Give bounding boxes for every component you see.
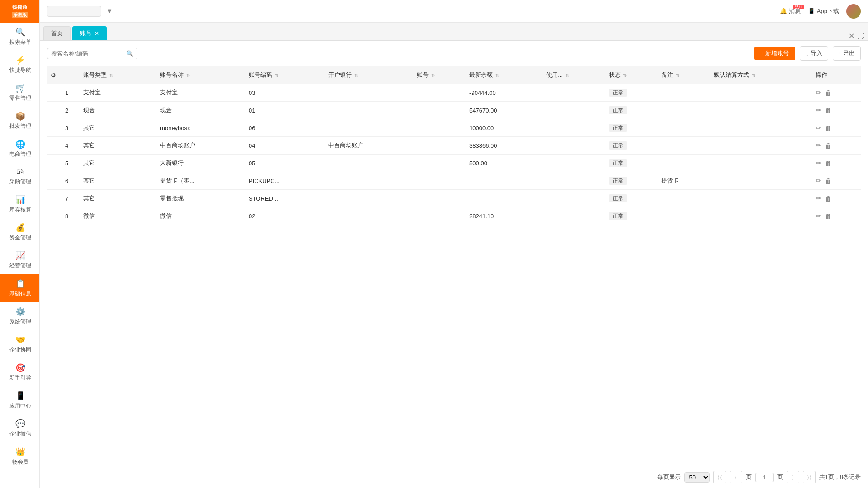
edit-icon[interactable]: ✏ [816, 159, 821, 167]
table-header-row: ⚙ 账号类型 ⇅ 账号名称 ⇅ 账号编码 ⇅ 开户银行 ⇅ 账号 ⇅ 最新余额 … [47, 66, 861, 84]
page-input[interactable] [755, 473, 774, 482]
search-input[interactable] [51, 50, 123, 57]
page-first-btn[interactable]: ⟨⟨ [713, 471, 726, 483]
sidebar-item-system-manage[interactable]: ⚙️系统管理 [0, 302, 39, 330]
sidebar-item-wholesale-manage[interactable]: 📦批发管理 [0, 107, 39, 135]
sidebar-item-label: 企业协同 [9, 346, 31, 354]
row-usage-cell [542, 207, 605, 225]
delete-icon[interactable]: 🗑 [825, 212, 832, 220]
sidebar-item-app-center[interactable]: 📱应用中心 [0, 386, 39, 414]
delete-icon[interactable]: 🗑 [825, 195, 832, 202]
page-next-btn[interactable]: ⟩ [787, 471, 799, 483]
delete-icon[interactable]: 🗑 [825, 89, 832, 97]
sidebar-item-inventory[interactable]: 📊库存核算 [0, 190, 39, 218]
top-search-input[interactable] [47, 6, 101, 17]
row-status-cell: 正常 [605, 84, 658, 102]
row-bank-cell [325, 119, 413, 137]
export-button[interactable]: ↑ 导出 [833, 46, 861, 61]
delete-icon[interactable]: 🗑 [825, 142, 832, 150]
row-type-cell: 其它 [80, 119, 156, 137]
sort-icon-type: ⇅ [109, 73, 113, 78]
tab-bar: 首页 账号 ✕ ✕ ⛶ [40, 23, 868, 41]
edit-icon[interactable]: ✏ [816, 177, 821, 185]
sidebar-item-label: 企业微信 [9, 430, 31, 438]
table-header-balance[interactable]: 最新余额 ⇅ [466, 66, 542, 84]
row-balance-cell: 383866.00 [466, 137, 542, 155]
add-account-button[interactable]: + 新增账号 [754, 47, 795, 60]
row-name-cell: 大新银行 [156, 155, 245, 172]
table-header-default-settle[interactable]: 默认结算方式 ⇅ [710, 66, 811, 84]
table-header-bank[interactable]: 开户银行 ⇅ [325, 66, 413, 84]
sidebar-item-retail-manage[interactable]: 🛒零售管理 [0, 79, 39, 107]
page-prev-btn[interactable]: ⟨ [730, 471, 742, 483]
delete-icon[interactable]: 🗑 [825, 160, 832, 167]
delete-icon[interactable]: 🗑 [825, 177, 832, 185]
table-header-account-no[interactable]: 账号 ⇅ [413, 66, 466, 84]
search-box[interactable]: 🔍 [47, 48, 137, 59]
tab-close-icon[interactable]: ✕ [94, 31, 99, 36]
messages-btn[interactable]: 🔔 消息 99+ [780, 7, 801, 15]
retail-manage-icon: 🛒 [15, 83, 25, 93]
import-button[interactable]: ↓ 导入 [800, 46, 828, 61]
sidebar-item-enterprise-agreement[interactable]: 🤝企业协同 [0, 330, 39, 358]
sidebar-item-purchase-manage[interactable]: 🛍采购管理 [0, 163, 39, 190]
sidebar-item-capital-manage[interactable]: 💰资金管理 [0, 218, 39, 246]
app-name: 畅捷通 乐惠版 [12, 5, 28, 18]
status-badge: 正常 [609, 177, 627, 185]
action-icons: ✏ 🗑 [816, 194, 857, 202]
search-menu-icon: 🔍 [15, 27, 25, 37]
sidebar-item-vip[interactable]: 👑畅会员 [0, 442, 39, 470]
edit-icon[interactable]: ✏ [816, 212, 821, 220]
row-code-cell: STORED... [245, 190, 325, 207]
row-bank-cell [325, 172, 413, 190]
sidebar-item-search-menu[interactable]: 🔍搜索菜单 [0, 23, 39, 51]
delete-icon[interactable]: 🗑 [825, 124, 832, 132]
sidebar-item-basic-info[interactable]: 📋基础信息 [0, 274, 39, 302]
tab-home[interactable]: 首页 [43, 26, 71, 40]
table-header-usage[interactable]: 使用... ⇅ [542, 66, 605, 84]
row-name-cell: 现金 [156, 102, 245, 119]
row-code-cell: 04 [245, 137, 325, 155]
table-header-account-type[interactable]: 账号类型 ⇅ [80, 66, 156, 84]
delete-icon[interactable]: 🗑 [825, 107, 832, 114]
table-container: ⚙ 账号类型 ⇅ 账号名称 ⇅ 账号编码 ⇅ 开户银行 ⇅ 账号 ⇅ 最新余额 … [40, 66, 868, 466]
page-size-select[interactable]: 50 100 200 [684, 472, 710, 483]
table-header-account-code[interactable]: 账号编码 ⇅ [245, 66, 325, 84]
row-balance-cell: 10000.00 [466, 119, 542, 137]
chevron-down-icon[interactable]: ▼ [107, 8, 113, 14]
app-download-btn[interactable]: 📱 App下载 [808, 7, 839, 15]
sidebar-item-ecommerce-manage[interactable]: 🌐电商管理 [0, 135, 39, 163]
sidebar-item-enterprise-wechat[interactable]: 💬企业微信 [0, 414, 39, 442]
new-guide-icon: 🎯 [15, 363, 25, 373]
table-header-status[interactable]: 状态 ⇅ [605, 66, 658, 84]
table-header-account-name[interactable]: 账号名称 ⇅ [156, 66, 245, 84]
sidebar-item-label: 经营管理 [9, 262, 31, 270]
row-num-cell: 8 [61, 207, 80, 225]
page-last-btn[interactable]: ⟩⟩ [803, 471, 816, 483]
table-header-remark[interactable]: 备注 ⇅ [658, 66, 710, 84]
row-default-settle-cell [710, 172, 811, 190]
edit-icon[interactable]: ✏ [816, 89, 821, 97]
tab-accounts[interactable]: 账号 ✕ [72, 26, 107, 40]
sidebar-item-label: 库存核算 [9, 206, 31, 214]
sidebar-item-quick-nav[interactable]: ⚡快捷导航 [0, 51, 39, 79]
status-badge: 正常 [609, 106, 627, 114]
sidebar-item-new-guide[interactable]: 🎯新手引导 [0, 358, 39, 386]
edit-icon[interactable]: ✏ [816, 106, 821, 114]
capital-manage-icon: 💰 [15, 223, 25, 233]
row-status-cell: 正常 [605, 119, 658, 137]
row-remark-cell [658, 155, 710, 172]
tab-close-window-btn[interactable]: ✕ [849, 32, 854, 40]
table-header-settings[interactable]: ⚙ [47, 66, 61, 84]
row-settings-cell [47, 155, 61, 172]
tab-maximize-btn[interactable]: ⛶ [857, 32, 864, 40]
edit-icon[interactable]: ✏ [816, 141, 821, 150]
edit-icon[interactable]: ✏ [816, 194, 821, 202]
sidebar-item-operation-manage[interactable]: 📈经营管理 [0, 246, 39, 274]
row-bank-cell [325, 155, 413, 172]
row-remark-cell [658, 102, 710, 119]
row-type-cell: 微信 [80, 207, 156, 225]
user-avatar[interactable] [846, 4, 861, 19]
row-type-cell: 其它 [80, 155, 156, 172]
edit-icon[interactable]: ✏ [816, 124, 821, 132]
